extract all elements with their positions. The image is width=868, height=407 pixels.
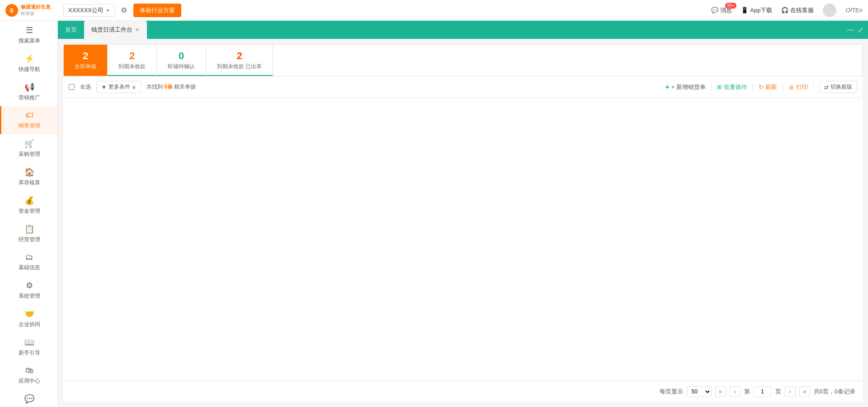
tab-home[interactable]: 首页 bbox=[58, 21, 84, 39]
marketing-icon: 📢 bbox=[24, 82, 34, 92]
stats-tabs: 2 全部单据 2 到期未收款 0 旺铺待确认 2 到期未收款 已出库 bbox=[63, 44, 863, 76]
header-right: 💬 消息 99+ 📱 App下载 🎧 在线客服 OfTEn bbox=[711, 4, 863, 17]
main-layout: ☰ 搜索菜单 ⚡ 快捷导航 📢 营销推广 🏷 销售管理 🛒 采购管理 🏠 库存核… bbox=[0, 21, 868, 407]
filter-button[interactable]: ▼ 更多条件 ∨ bbox=[96, 81, 141, 93]
sidebar-item-inventory[interactable]: 🏠 库存核算 bbox=[0, 163, 57, 191]
sidebar-item-enterprise-collab[interactable]: 🤝 企业协同 bbox=[0, 304, 57, 333]
sidebar-item-finance[interactable]: 💰 资金管理 bbox=[0, 191, 57, 220]
sidebar-item-search[interactable]: ☰ 搜索菜单 bbox=[0, 21, 57, 49]
user-avatar[interactable] bbox=[823, 4, 836, 17]
sidebar-item-basic-info[interactable]: 🗂 基础信息 bbox=[0, 248, 57, 276]
print-icon: 🖨 bbox=[788, 84, 794, 90]
switch-icon: ⇄ bbox=[824, 84, 829, 90]
dropdown-arrow-icon: ▼ bbox=[105, 8, 110, 13]
download-icon: 📱 bbox=[741, 7, 748, 14]
print-button[interactable]: 🖨 打印 bbox=[788, 83, 808, 91]
basic-info-icon: 🗂 bbox=[25, 253, 33, 262]
inventory-icon: 🏠 bbox=[24, 167, 34, 177]
notification-badge: 99+ bbox=[725, 3, 736, 9]
next-page-button[interactable]: › bbox=[785, 386, 796, 397]
logo-text: 畅捷通好生意 标准版 bbox=[21, 4, 51, 17]
found-text: 共找到 0条 相关单据 bbox=[146, 83, 196, 91]
switch-version-button[interactable]: ⇄ 切换新版 bbox=[819, 81, 857, 93]
system-icon: ⚙ bbox=[26, 281, 33, 290]
sidebar-item-purchase[interactable]: 🛒 采购管理 bbox=[0, 134, 57, 163]
first-page-button[interactable]: « bbox=[715, 386, 726, 397]
sidebar-item-beginner[interactable]: 📖 新手引导 bbox=[0, 333, 57, 361]
sidebar-item-operations[interactable]: 📋 经营管理 bbox=[0, 220, 57, 248]
top-header: 6 畅捷通好生意 标准版 XXXXXX公司 ▼ ⚙ 体验行业方案 💬 消息 99… bbox=[0, 0, 868, 21]
stat-tab-shipped[interactable]: 2 到期未收款 已出库 bbox=[206, 45, 273, 76]
total-records: 共0页，0条记录 bbox=[814, 388, 855, 396]
page-size-select[interactable]: 50 20 100 bbox=[687, 386, 712, 397]
toolbar-right: + + 新增销货单 ⊞ 批量操作 ↻ 刷新 � bbox=[665, 81, 857, 93]
stat-tab-pending[interactable]: 0 旺铺待确认 bbox=[157, 45, 206, 76]
tab-bar: 首页 钱货日清工作台 ✕ — ⤢ bbox=[58, 21, 868, 39]
divider-2 bbox=[753, 84, 753, 91]
sidebar-item-enterprise-wechat[interactable]: 💬 企业微信 bbox=[0, 389, 57, 407]
experience-btn[interactable]: 体验行业方案 bbox=[133, 4, 181, 17]
tab-daily-work[interactable]: 钱货日清工作台 ✕ bbox=[84, 21, 147, 39]
enterprise-collab-icon: 🤝 bbox=[24, 309, 34, 319]
notification-item[interactable]: 💬 消息 99+ bbox=[711, 6, 732, 14]
operations-icon: 📋 bbox=[24, 224, 34, 234]
headset-icon: 🎧 bbox=[781, 7, 788, 14]
search-menu-icon: ☰ bbox=[26, 25, 33, 35]
sidebar: ☰ 搜索菜单 ⚡ 快捷导航 📢 营销推广 🏷 销售管理 🛒 采购管理 🏠 库存核… bbox=[0, 21, 58, 407]
sidebar-item-marketing[interactable]: 📢 营销推广 bbox=[0, 78, 57, 106]
filter-icon: ▼ bbox=[101, 84, 107, 90]
pagination: 每页显示 50 20 100 « ‹ 第 页 › » 共0页，0条记录 bbox=[63, 381, 863, 402]
batch-icon: ⊞ bbox=[717, 84, 722, 90]
minimize-button[interactable]: — bbox=[847, 26, 854, 34]
maximize-button[interactable]: ⤢ bbox=[858, 26, 863, 34]
sidebar-item-sales[interactable]: 🏷 销售管理 bbox=[0, 106, 57, 134]
tab-close-icon[interactable]: ✕ bbox=[135, 27, 140, 33]
stat-tab-all[interactable]: 2 全部单据 bbox=[64, 45, 108, 76]
add-sales-order-button[interactable]: + + 新增销货单 bbox=[665, 83, 706, 91]
purchase-icon: 🛒 bbox=[24, 139, 34, 149]
divider-4 bbox=[813, 84, 814, 91]
batch-operation-button[interactable]: ⊞ 批量操作 bbox=[717, 83, 747, 91]
table-area bbox=[63, 98, 863, 381]
chevron-down-icon: ∨ bbox=[132, 84, 136, 90]
quick-nav-icon: ⚡ bbox=[24, 54, 34, 64]
select-all-checkbox[interactable] bbox=[69, 84, 75, 90]
tab-bar-actions: — ⤢ bbox=[847, 26, 868, 34]
sidebar-item-quick-nav[interactable]: ⚡ 快捷导航 bbox=[0, 49, 57, 78]
logo-area: 6 畅捷通好生意 标准版 bbox=[5, 4, 63, 17]
refresh-icon: ↻ bbox=[759, 84, 764, 90]
prev-page-button[interactable]: ‹ bbox=[730, 386, 741, 397]
content-area: 首页 钱货日清工作台 ✕ — ⤢ 2 全部单据 2 到期未收款 bbox=[58, 21, 868, 407]
divider-1 bbox=[711, 84, 712, 91]
app-center-icon: 🛍 bbox=[25, 366, 33, 375]
online-service-item[interactable]: 🎧 在线客服 bbox=[781, 6, 814, 14]
often-text: OfTEn bbox=[845, 7, 863, 14]
toolbar: 全选 ▼ 更多条件 ∨ 共找到 0条 相关单据 + + 新增销货单 bbox=[63, 76, 863, 98]
page-content: 2 全部单据 2 到期未收款 0 旺铺待确认 2 到期未收款 已出库 bbox=[58, 39, 868, 407]
found-count: 0条 bbox=[164, 84, 173, 90]
company-selector[interactable]: XXXXXX公司 ▼ bbox=[63, 4, 115, 17]
beginner-icon: 📖 bbox=[24, 337, 34, 347]
stat-tab-overdue[interactable]: 2 到期未收款 bbox=[108, 45, 157, 76]
divider-3 bbox=[783, 84, 783, 91]
refresh-button[interactable]: ↻ 刷新 bbox=[759, 83, 777, 91]
last-page-button[interactable]: » bbox=[799, 386, 810, 397]
enterprise-wechat-icon: 💬 bbox=[24, 394, 34, 404]
sidebar-item-app-center[interactable]: 🛍 应用中心 bbox=[0, 361, 57, 389]
logo-icon: 6 bbox=[5, 4, 18, 17]
sales-icon: 🏷 bbox=[25, 111, 33, 120]
app-download-item[interactable]: 📱 App下载 bbox=[741, 6, 772, 14]
sidebar-item-system[interactable]: ⚙ 系统管理 bbox=[0, 276, 57, 304]
finance-icon: 💰 bbox=[24, 196, 34, 206]
bell-icon: 💬 bbox=[711, 7, 718, 14]
page-number-input[interactable] bbox=[754, 386, 772, 397]
settings-button[interactable]: ⚙ bbox=[119, 4, 129, 16]
plus-icon: + bbox=[665, 83, 669, 91]
